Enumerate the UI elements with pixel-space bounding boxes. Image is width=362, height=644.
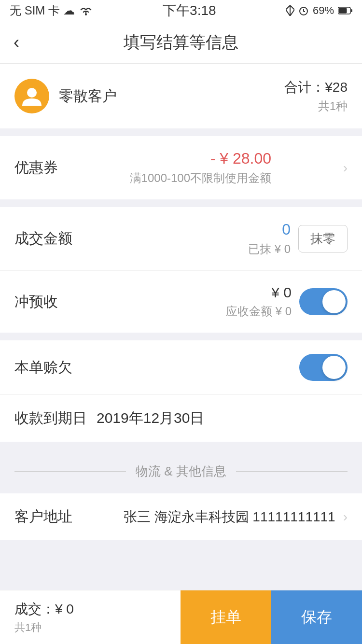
content: 零散客户 合计：¥28 共1种 优惠券 - ¥ 28.00 满1000-100不…	[0, 64, 362, 606]
deal-amount-value: 0	[248, 221, 291, 238]
address-chevron-icon: ›	[343, 509, 348, 525]
address-section: 客户地址 张三 海淀永丰科技园 11111111111 ›	[0, 493, 362, 540]
coupon-value: - ¥ 28.00	[130, 150, 271, 168]
battery-pct: 69%	[313, 4, 334, 17]
page-title: 填写结算等信息	[124, 31, 238, 54]
prepay-row: 冲预收 ¥ 0 应收金额 ¥ 0	[0, 271, 362, 333]
customer-name: 零散客户	[59, 86, 117, 106]
svg-point-0	[85, 14, 87, 15]
alarm-icon	[298, 5, 309, 16]
address-row[interactable]: 客户地址 张三 海淀永丰科技园 11111111111 ›	[0, 493, 362, 540]
status-right: 69%	[286, 4, 352, 17]
customer-left: 零散客户	[14, 79, 117, 113]
battery-icon	[338, 7, 352, 14]
address-value: 张三 海淀永丰科技园 11111111111	[72, 508, 343, 526]
bottom-count: 共1种	[14, 620, 166, 635]
prepay-label: 冲预收	[14, 292, 58, 312]
deal-amount-right: 0 已抹 ¥ 0 抹零	[248, 221, 348, 257]
coupon-section: 优惠券 - ¥ 28.00 满1000-100不限制使用金额 ›	[0, 136, 362, 199]
prepay-value: ¥ 0	[226, 284, 292, 301]
address-label: 客户地址	[14, 507, 72, 527]
bottom-bar: 成交：¥ 0 共1种 挂单 保存	[0, 590, 362, 644]
customer-row: 零散客户 合计：¥28 共1种	[0, 64, 362, 128]
status-bar: 无 SIM 卡 ☁ 下午3:18 69%	[0, 0, 362, 21]
divider-line-right	[236, 471, 348, 472]
svg-rect-6	[339, 8, 347, 14]
deal-amount-label: 成交金额	[14, 229, 72, 249]
due-date-row: 收款到期日 2019年12月30日	[0, 395, 362, 442]
deal-amount-row: 成交金额 0 已抹 ¥ 0 抹零	[0, 207, 362, 271]
coupon-row[interactable]: 优惠券 - ¥ 28.00 满1000-100不限制使用金额 ›	[0, 136, 362, 199]
back-button[interactable]: ‹	[14, 32, 19, 53]
deal-prepay-section: 成交金额 0 已抹 ¥ 0 抹零 冲预收 ¥ 0 应收金额 ¥ 0	[0, 207, 362, 333]
prepay-sub: 应收金额 ¥ 0	[226, 304, 292, 319]
status-time: 下午3:18	[163, 1, 216, 20]
wifi-icon	[79, 5, 93, 16]
coupon-label: 优惠券	[14, 158, 58, 178]
bottom-deal: 成交：¥ 0	[14, 600, 166, 618]
due-date-label: 收款到期日	[14, 408, 87, 428]
customer-count: 共1种	[284, 98, 348, 114]
nav-bar: ‹ 填写结算等信息	[0, 21, 362, 64]
credit-label: 本单赊欠	[14, 358, 72, 378]
credit-row: 本单赊欠	[0, 340, 362, 395]
credit-toggle[interactable]	[299, 354, 348, 381]
customer-total: 合计：¥28	[284, 78, 348, 97]
customer-right: 合计：¥28 共1种	[284, 78, 348, 114]
logistics-divider-text: 物流 & 其他信息	[136, 463, 226, 480]
bottom-deal-value: ¥ 0	[55, 602, 74, 616]
mo-ling-button[interactable]: 抹零	[298, 225, 348, 252]
coupon-sub: 满1000-100不限制使用金额	[130, 170, 271, 186]
hang-button[interactable]: 挂单	[181, 590, 271, 644]
credit-section: 本单赊欠 收款到期日 2019年12月30日	[0, 340, 362, 442]
prepay-toggle[interactable]	[299, 288, 348, 315]
svg-point-8	[27, 88, 37, 98]
logistics-divider: 物流 & 其他信息	[0, 449, 362, 493]
chevron-right-icon: ›	[343, 160, 348, 176]
deal-amount-sub: 已抹 ¥ 0	[248, 241, 291, 257]
save-button[interactable]: 保存	[271, 590, 362, 644]
status-left: 无 SIM 卡 ☁	[10, 3, 93, 18]
location-icon	[286, 5, 294, 16]
avatar	[14, 79, 49, 113]
toggle-knob	[322, 290, 346, 313]
due-date-value: 2019年12月30日	[97, 408, 204, 428]
svg-rect-7	[351, 9, 352, 12]
bottom-info: 成交：¥ 0 共1种	[0, 600, 181, 635]
bottom-deal-label: 成交：	[14, 602, 55, 616]
prepay-right: ¥ 0 应收金额 ¥ 0	[226, 284, 348, 319]
credit-toggle-knob	[322, 356, 346, 379]
divider-line-left	[14, 471, 126, 472]
sim-status: 无 SIM 卡 ☁	[10, 3, 75, 18]
